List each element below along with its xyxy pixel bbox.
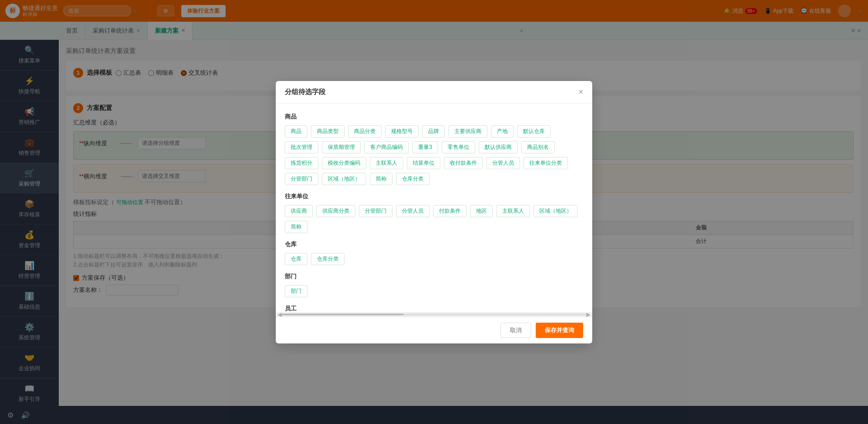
modal-title: 分组待选字段: [285, 88, 326, 96]
modal-dialog: 分组待选字段 × 商品 商品 商品类型 商品分类 规格型号 品牌 主要供应商 产…: [276, 81, 592, 343]
field-tag-default-supplier[interactable]: 默认供应商: [479, 141, 518, 153]
field-tag-origin[interactable]: 产地: [491, 125, 514, 138]
field-tag-shelf-life[interactable]: 保质期管理: [322, 141, 361, 153]
field-tag-partner-main-contact[interactable]: 主联系人: [496, 205, 530, 217]
modal-body: 商品 商品 商品类型 商品分类 规格型号 品牌 主要供应商 产地 默认仓库 批次…: [276, 104, 592, 312]
field-tag-partner-category[interactable]: 往来单位分类: [524, 157, 568, 169]
field-tag-warehouse-category[interactable]: 仓库分类: [396, 173, 429, 185]
field-tag-product-alias[interactable]: 商品别名: [521, 141, 555, 153]
section-title-dept: 部门: [285, 272, 583, 281]
modal-save-button[interactable]: 保存并查询: [536, 323, 583, 338]
field-tag-product-category[interactable]: 商品分类: [348, 125, 382, 138]
field-tag-product-type[interactable]: 商品类型: [311, 125, 344, 138]
field-tag-partner-dept[interactable]: 分管部门: [359, 205, 392, 217]
field-tags-dept: 部门: [285, 285, 583, 297]
field-tag-main-supplier[interactable]: 主要供应商: [448, 125, 487, 138]
field-tags-product: 商品 商品类型 商品分类 规格型号 品牌 主要供应商 产地 默认仓库 批次管理 …: [285, 125, 583, 185]
modal-close-button[interactable]: ×: [578, 87, 583, 97]
field-tag-warehouse-cat[interactable]: 仓库分类: [311, 253, 344, 265]
hscroll-thumb: [282, 314, 404, 315]
field-tag-tax-code[interactable]: 税收分类编码: [322, 157, 366, 169]
field-tags-warehouse: 仓库 仓库分类: [285, 253, 583, 265]
section-title-product: 商品: [285, 113, 583, 121]
field-tag-partner-supervisor[interactable]: 分管人员: [396, 205, 429, 217]
section-title-employee: 员工: [285, 305, 583, 312]
field-tag-dept[interactable]: 分管部门: [285, 173, 318, 185]
field-tag-weight3[interactable]: 重量3: [412, 141, 438, 153]
field-tag-abbrev[interactable]: 简称: [370, 173, 392, 185]
field-tag-supervisor[interactable]: 分管人员: [486, 157, 520, 169]
section-title-warehouse: 仓库: [285, 240, 583, 248]
field-tag-payment-condition[interactable]: 付款条件: [433, 205, 467, 217]
field-tag-pick-points[interactable]: 拣货积分: [285, 157, 318, 169]
field-tag-product[interactable]: 商品: [285, 125, 307, 138]
field-tag-batch-mgmt[interactable]: 批次管理: [285, 141, 318, 153]
field-tag-retail-unit[interactable]: 零售单位: [442, 141, 475, 153]
section-title-partner: 往来单位: [285, 192, 583, 200]
field-tag-main-contact[interactable]: 主联系人: [370, 157, 403, 169]
hscroll-track: [282, 314, 586, 315]
modal-header: 分组待选字段 ×: [276, 81, 592, 104]
field-tag-warehouse[interactable]: 仓库: [285, 253, 307, 265]
field-tag-region[interactable]: 区域（地区）: [322, 173, 366, 185]
field-tag-supplier[interactable]: 供应商: [285, 205, 313, 217]
field-tag-partner-region[interactable]: 区域（地区）: [533, 205, 578, 217]
modal-hscroll: ◀ ▶: [276, 312, 592, 317]
field-tag-spec-model[interactable]: 规格型号: [385, 125, 419, 138]
field-tag-supplier-category[interactable]: 供应商分类: [316, 205, 355, 217]
field-tags-partner: 供应商 供应商分类 分管部门 分管人员 付款条件 地区 主联系人 区域（地区） …: [285, 205, 583, 233]
field-tag-department[interactable]: 部门: [285, 285, 307, 297]
modal-overlay: 分组待选字段 × 商品 商品 商品类型 商品分类 规格型号 品牌 主要供应商 产…: [0, 0, 868, 424]
field-tag-district[interactable]: 地区: [470, 205, 493, 217]
modal-cancel-button[interactable]: 取消: [500, 323, 531, 338]
field-tag-brand[interactable]: 品牌: [422, 125, 445, 138]
field-tag-default-warehouse[interactable]: 默认仓库: [517, 125, 551, 138]
field-tag-partner-abbrev[interactable]: 简称: [285, 221, 307, 233]
field-tag-payment-terms[interactable]: 收付款条件: [444, 157, 483, 169]
modal-footer: 取消 保存并查询: [276, 317, 592, 343]
field-tag-customer-code[interactable]: 客户商品编码: [364, 141, 409, 153]
field-tag-settlement-unit[interactable]: 结算单位: [407, 157, 440, 169]
